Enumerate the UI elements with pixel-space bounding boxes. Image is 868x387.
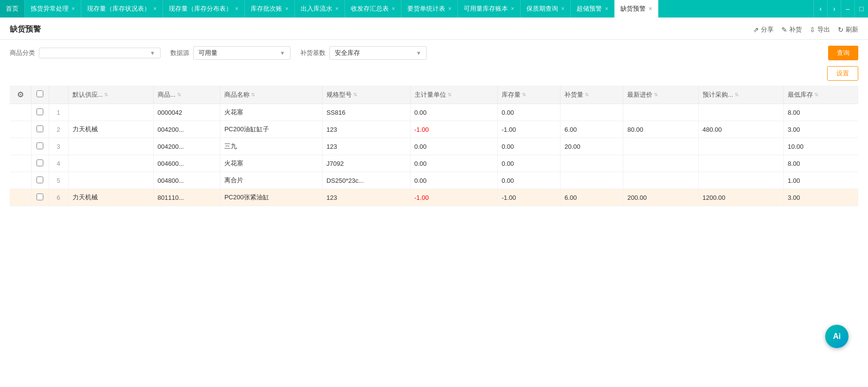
tab-1-close[interactable]: × xyxy=(72,5,75,12)
row-min-stock: 8.00 xyxy=(784,104,858,121)
category-chevron-icon: ▼ xyxy=(150,50,155,56)
sort-code-icon: ⇅ xyxy=(177,92,181,97)
select-all-checkbox[interactable] xyxy=(36,90,43,97)
tab-bar: 首页 拣货异常处理 × 现存量（库存状况表） × 现存量（库存分布表） × 库存… xyxy=(0,0,868,18)
row-replenish xyxy=(561,104,623,121)
tab-11-close[interactable]: × xyxy=(649,5,652,12)
tab-3-close[interactable]: × xyxy=(235,5,238,12)
tab-6-close[interactable]: × xyxy=(392,5,395,12)
row-min-stock: 3.00 xyxy=(784,121,858,138)
tab-3[interactable]: 现存量（库存分布表） × xyxy=(163,0,245,18)
tab-9-close[interactable]: × xyxy=(561,5,564,12)
tab-home-label: 首页 xyxy=(6,4,18,13)
row-settings-cell xyxy=(10,155,31,172)
row-replenish: 20.00 xyxy=(561,138,623,155)
replenish-select[interactable]: 安全库存 ▼ xyxy=(329,46,427,60)
tab-4-close[interactable]: × xyxy=(285,5,289,12)
tab-7-close[interactable]: × xyxy=(448,5,452,12)
tab-5[interactable]: 出入库流水 × xyxy=(295,0,345,18)
table-row: 6 力天机械 801110... PC200张紧油缸 123 -1.00 -1.… xyxy=(10,189,858,206)
row-code: 004200... xyxy=(153,121,220,138)
row-settings-cell xyxy=(10,138,31,155)
row-checkbox[interactable] xyxy=(36,108,43,115)
row-latest-price: 80.00 xyxy=(623,121,698,138)
row-code: 004600... xyxy=(153,155,220,172)
tab-9-label: 保质期查询 xyxy=(526,4,558,13)
row-checkbox[interactable] xyxy=(36,159,43,166)
row-est-purchase xyxy=(698,172,783,189)
row-est-purchase: 1200.00 xyxy=(698,189,783,206)
tab-6[interactable]: 收发存汇总表 × xyxy=(345,0,401,18)
tab-3-label: 现存量（库存分布表） xyxy=(169,4,232,13)
row-min-stock: 10.00 xyxy=(784,138,858,155)
sort-spec-icon: ⇅ xyxy=(353,92,357,97)
tab-6-label: 收发存汇总表 xyxy=(351,4,389,13)
row-settings-cell xyxy=(10,189,31,206)
th-est-purchase[interactable]: 预计采购... ⇅ xyxy=(698,86,783,104)
tab-9[interactable]: 保质期查询 × xyxy=(521,0,571,18)
th-unit-label: 主计量单位 xyxy=(415,90,446,99)
ai-assistant-button[interactable]: Ai xyxy=(825,325,849,348)
tab-4[interactable]: 库存批次账 × xyxy=(245,0,295,18)
tab-1[interactable]: 拣货异常处理 × xyxy=(25,0,81,18)
row-est-purchase: 480.00 xyxy=(698,121,783,138)
table-row: 4 004600... 火花塞 J7092 0.00 0.00 8.00 xyxy=(10,155,858,172)
th-spec[interactable]: 规格型号 ⇅ xyxy=(322,86,410,104)
sort-est-purchase-icon: ⇅ xyxy=(735,92,739,97)
th-min-stock[interactable]: 最低库存 ⇅ xyxy=(784,86,858,104)
row-checkbox[interactable] xyxy=(36,125,43,132)
tab-home[interactable]: 首页 xyxy=(0,0,25,18)
tab-7[interactable]: 要货单统计表 × xyxy=(401,0,458,18)
th-supplier[interactable]: 默认供应... ⇅ xyxy=(68,86,153,104)
category-select[interactable]: ▼ xyxy=(39,48,161,58)
tab-10-close[interactable]: × xyxy=(605,5,608,12)
th-stock[interactable]: 库存量 ⇅ xyxy=(497,86,560,104)
tab-maximize-button[interactable]: □ xyxy=(854,0,868,18)
tab-5-close[interactable]: × xyxy=(335,5,339,12)
th-checkbox xyxy=(31,86,49,104)
row-spec: 123 xyxy=(322,121,410,138)
row-min-stock: 8.00 xyxy=(784,155,858,172)
row-spec: DS250*23c... xyxy=(322,172,410,189)
row-unit: 0.00 xyxy=(410,172,497,189)
row-latest-price xyxy=(623,172,698,189)
tab-2-close[interactable]: × xyxy=(153,5,157,12)
datasource-filter-group: 数据源 可用量 ▼ xyxy=(170,46,290,60)
tab-prev-button[interactable]: ‹ xyxy=(814,0,827,18)
row-stock: 0.00 xyxy=(497,155,560,172)
tab-2[interactable]: 现存量（库存状况表） × xyxy=(81,0,163,18)
settings-gear-icon[interactable]: ⚙ xyxy=(17,90,24,99)
th-settings[interactable]: ⚙ xyxy=(10,86,31,104)
th-code-label: 商品... xyxy=(158,90,176,99)
replenish-button[interactable]: ✎ 补货 xyxy=(781,25,802,34)
table-header-row: ⚙ 默认供应... ⇅ 商品... xyxy=(10,86,858,104)
row-checkbox[interactable] xyxy=(36,142,43,149)
row-checkbox[interactable] xyxy=(36,176,43,183)
th-code[interactable]: 商品... ⇅ xyxy=(153,86,220,104)
tab-11[interactable]: 缺货预警 × xyxy=(615,0,658,18)
tab-next-button[interactable]: › xyxy=(827,0,841,18)
tab-8-close[interactable]: × xyxy=(511,5,514,12)
row-replenish xyxy=(561,155,623,172)
row-latest-price: 200.00 xyxy=(623,189,698,206)
th-supplier-label: 默认供应... xyxy=(72,90,103,99)
row-spec: SS816 xyxy=(322,104,410,121)
tab-minimize-button[interactable]: – xyxy=(841,0,854,18)
row-checkbox-cell xyxy=(31,121,49,138)
th-name[interactable]: 商品名称 ⇅ xyxy=(220,86,323,104)
refresh-button[interactable]: ↻ 刷新 xyxy=(838,25,858,34)
sort-name-icon: ⇅ xyxy=(251,92,255,97)
settings-button[interactable]: 设置 xyxy=(827,66,858,81)
th-unit[interactable]: 主计量单位 ⇅ xyxy=(410,86,497,104)
share-button[interactable]: ⇗ 分享 xyxy=(753,25,774,34)
th-replenish[interactable]: 补货量 ⇅ xyxy=(561,86,623,104)
page-header: 缺货预警 ⇗ 分享 ✎ 补货 ⇩ 导出 ↻ 刷新 xyxy=(0,18,868,40)
tab-8[interactable]: 可用量库存账本 × xyxy=(458,0,521,18)
export-button[interactable]: ⇩ 导出 xyxy=(810,25,830,34)
row-checkbox[interactable] xyxy=(36,194,43,200)
th-latest-price[interactable]: 最新进价 ⇅ xyxy=(623,86,698,104)
datasource-select[interactable]: 可用量 ▼ xyxy=(193,46,290,60)
tab-10[interactable]: 超储预警 × xyxy=(571,0,615,18)
query-button[interactable]: 查询 xyxy=(828,46,858,60)
page-title: 缺货预警 xyxy=(10,24,41,35)
